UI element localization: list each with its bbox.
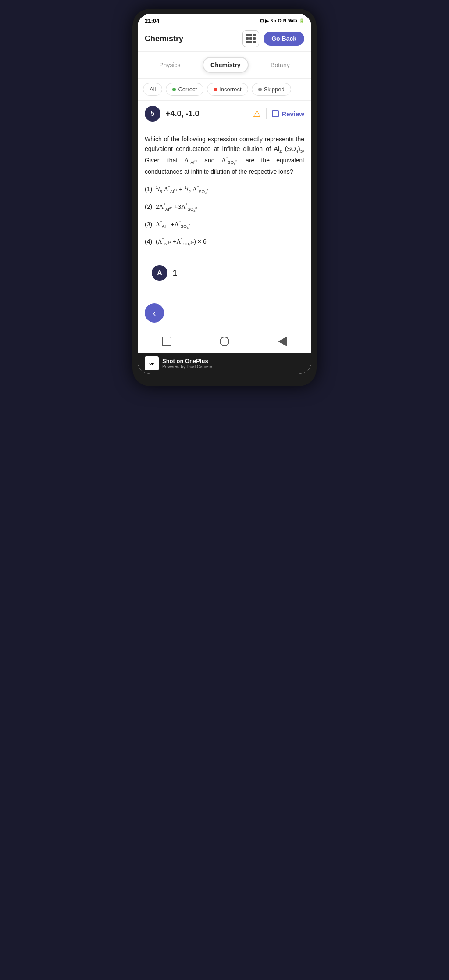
- option-2[interactable]: (2) 2Λ°Al3+ +3Λ°SO42−: [145, 201, 304, 214]
- question-text: Which of the following expression correc…: [145, 134, 304, 177]
- filter-all-label: All: [150, 86, 156, 93]
- correct-dot-icon: [172, 88, 176, 91]
- phone-frame: 21:04 ⊡ ▶ 6 • Ω N WiFi 🔋 Chemistry: [132, 9, 317, 386]
- dot-9: [253, 41, 256, 43]
- nav-bar: [138, 330, 311, 353]
- grid-dots-icon: [246, 34, 256, 43]
- option-3-label: (3): [145, 221, 152, 228]
- back-circle-button[interactable]: ‹: [145, 303, 164, 323]
- answer-section: A 1: [145, 258, 304, 288]
- status-icons: ⊡ ▶ 6 • Ω N WiFi 🔋: [260, 18, 304, 23]
- filter-bar: All Correct Incorrect Skipped: [138, 79, 311, 101]
- go-back-button[interactable]: Go Back: [264, 32, 304, 46]
- option-3-content: Λ°Al3+ +Λ°SO42−: [156, 221, 192, 228]
- question-number: 5: [151, 110, 155, 118]
- watermark: OP Shot on OnePlus Powered by Dual Camer…: [138, 353, 311, 374]
- review-button[interactable]: Review: [272, 110, 304, 118]
- filter-skipped[interactable]: Skipped: [252, 83, 291, 96]
- network-icon: N: [283, 18, 286, 23]
- options-list: (1) 1/3 Λ°Al3+ + 1/2 Λ°SO42− (2) 2Λ°Al3+…: [145, 184, 304, 249]
- score-row: 5 +4.0, -1.0 ⚠ Review: [138, 101, 311, 127]
- filter-all[interactable]: All: [143, 83, 162, 96]
- watermark-line1: Shot on OnePlus: [162, 358, 213, 364]
- answer-badge-label: A: [157, 269, 162, 277]
- filter-skipped-label: Skipped: [264, 86, 285, 93]
- option-4-label: (4): [145, 238, 152, 245]
- question-number-badge: 5: [145, 106, 160, 122]
- answer-badge: A: [152, 265, 167, 281]
- tab-physics-label: Physics: [159, 61, 180, 68]
- nav-back-button[interactable]: [275, 334, 289, 348]
- circle-icon: [220, 337, 229, 346]
- tab-physics[interactable]: Physics: [152, 58, 187, 72]
- filter-incorrect[interactable]: Incorrect: [207, 83, 248, 96]
- dot-2: [249, 34, 252, 36]
- option-3[interactable]: (3) Λ°Al3+ +Λ°SO42−: [145, 219, 304, 232]
- battery-icon: 🔋: [299, 18, 304, 23]
- chevron-left-icon: ‹: [153, 308, 156, 318]
- signal-icon: 6: [271, 18, 273, 23]
- status-time: 21:04: [145, 18, 159, 24]
- nav-home-button[interactable]: [217, 334, 232, 348]
- tab-chemistry[interactable]: Chemistry: [203, 57, 248, 73]
- incorrect-dot-icon: [214, 88, 217, 91]
- warning-icon: ⚠: [253, 108, 261, 119]
- header-right: Go Back: [242, 30, 304, 47]
- back-button-row: ‹: [138, 299, 311, 330]
- play-icon: ▶: [265, 18, 269, 23]
- filter-correct[interactable]: Correct: [166, 83, 203, 96]
- option-1-label: (1): [145, 186, 152, 193]
- dot-4: [246, 37, 249, 40]
- dot-8: [249, 41, 252, 43]
- oneplus-logo-icon: OP: [145, 356, 159, 370]
- dot-5: [249, 37, 252, 40]
- alarm-icon: Ω: [278, 18, 282, 23]
- review-square-icon: [272, 110, 279, 117]
- grid-menu-button[interactable]: [242, 30, 259, 47]
- tab-botany-label: Botany: [271, 61, 290, 68]
- tab-botany[interactable]: Botany: [264, 58, 297, 72]
- dot-icon: •: [274, 18, 276, 23]
- triangle-icon: [278, 337, 287, 346]
- option-1[interactable]: (1) 1/3 Λ°Al3+ + 1/2 Λ°SO42−: [145, 184, 304, 197]
- score-value: +4.0, -1.0: [166, 109, 248, 118]
- option-4[interactable]: (4) (Λ°Al3+ +Λ°SO42−) × 6: [145, 236, 304, 249]
- answer-value: 1: [173, 269, 177, 278]
- filter-correct-label: Correct: [178, 86, 197, 93]
- app-header: Chemistry Go Back: [138, 26, 311, 52]
- review-label: Review: [282, 110, 304, 118]
- option-4-content: (Λ°Al3+ +Λ°SO42−) × 6: [156, 238, 207, 245]
- vertical-divider: [266, 108, 267, 119]
- watermark-line2: Powered by Dual Camera: [162, 364, 213, 369]
- option-2-content: 2Λ°Al3+ +3Λ°SO42−: [156, 203, 199, 210]
- wifi-icon: WiFi: [288, 18, 297, 23]
- header-title: Chemistry: [145, 34, 183, 43]
- record-icon: ⊡: [260, 18, 264, 23]
- skipped-dot-icon: [258, 88, 262, 91]
- dot-6: [253, 37, 256, 40]
- option-1-content: 1/3 Λ°Al3+ + 1/2 Λ°SO42−: [156, 186, 210, 193]
- filter-incorrect-label: Incorrect: [219, 86, 242, 93]
- option-2-label: (2): [145, 203, 152, 210]
- dot-1: [246, 34, 249, 36]
- tab-navigation: Physics Chemistry Botany: [138, 52, 311, 79]
- nav-square-button[interactable]: [160, 334, 174, 348]
- status-bar: 21:04 ⊡ ▶ 6 • Ω N WiFi 🔋: [138, 14, 311, 26]
- dot-7: [246, 41, 249, 43]
- square-icon: [162, 337, 171, 346]
- phone-screen: 21:04 ⊡ ▶ 6 • Ω N WiFi 🔋 Chemistry: [138, 14, 311, 374]
- dot-3: [253, 34, 256, 36]
- tab-chemistry-label: Chemistry: [210, 61, 240, 68]
- watermark-text: Shot on OnePlus Powered by Dual Camera: [162, 358, 213, 369]
- question-content: Which of the following expression correc…: [138, 127, 311, 299]
